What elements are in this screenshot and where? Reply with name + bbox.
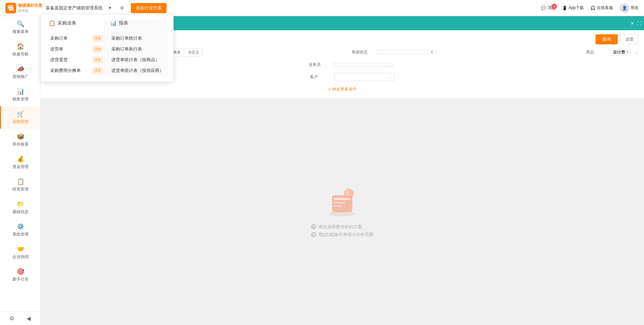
goods-more-btn[interactable]: ... [635,50,639,54]
system-dropdown-btn[interactable]: ▼ [107,5,113,11]
sidebar-settings-btn[interactable]: ⚙ [9,315,14,322]
sidebar-item-operation[interactable]: 📋 经营管理 [0,174,40,196]
sidebar-item-quicknav[interactable]: 🏠 快捷导航 [0,39,40,61]
basicinfo-icon: 📁 [17,200,24,208]
user-avatar: 👤 [620,3,629,13]
sidebar-item-guide[interactable]: 🎯 新手引导 [0,264,40,286]
sidebar-item-marketing[interactable]: 📣 营销推广 [0,61,40,84]
svg-text:!: ! [347,191,348,196]
sidebar-item-basicinfo[interactable]: 📁 基础信息 [0,196,40,219]
salesman-select[interactable]: ... [333,63,393,67]
sidebar-item-search[interactable]: 🔍 搜索菜单 [0,16,40,39]
system-icon: ⚙️ [17,223,24,230]
purchase-icon: 🛒 [17,110,24,118]
sidebar-item-inventory[interactable]: 📦 库存核算 [0,129,40,151]
notification-badge: 5 [551,4,557,9]
section2-title: 📊 报表 [110,20,165,29]
history-badge-1: 历史 [93,46,103,52]
sidebar-item-collab[interactable]: 🤝 企业协同 [0,241,40,264]
top-header: 畅 畅捷通好生意 标准版 装备及固定资产辅助管理系统 ▼ ⚙ 体验行业方案 💬 … [0,0,644,16]
logo-main: 畅捷通好生意 [18,3,42,8]
collapse-btn[interactable]: ∧ 收起更多条件 [46,84,639,94]
finance-icon: 💰 [17,155,24,163]
customer-label: 客户 [310,74,330,80]
report-section-icon: 📊 [110,20,117,26]
empty-tips: ① 请先选择要分析的方案 ② 用[过滤]条件来缩小分析范围 [311,223,373,239]
query-btn[interactable]: 查询 [596,34,618,44]
sidebar-item-finance[interactable]: 💰 资金管理 [0,151,40,174]
app-download-btn[interactable]: 📱 App下载 [562,5,584,11]
menu-item-incoming-stat-supplier[interactable]: 进货单统计表（按供应商） [110,65,165,76]
svg-point-5 [344,189,354,199]
sidebar: 🔍 搜索菜单 🏠 快捷导航 📣 营销推广 📊 销售管理 🛒 采购管理 📦 库存核… [0,16,40,325]
message-icon: 💬 [541,6,546,10]
menu-item-order-stat[interactable]: 采购订单统计表 [110,33,165,44]
svg-rect-4 [334,205,342,207]
tab-close-icon[interactable]: ✕ [631,21,634,26]
user-menu-btn[interactable]: 👤 用友 [620,3,639,13]
phone-icon: 📱 [562,6,567,10]
menu-item-purchase-order[interactable]: 采购订单 历史 [49,33,104,44]
purchase-section-icon: 📋 [49,20,56,26]
tip-1: ① 请先选择要分析的方案 [311,223,373,231]
section1-title: 📋 采购业务 [49,20,104,29]
header-settings-icon[interactable]: ⚙ [117,3,127,13]
sidebar-item-sales[interactable]: 📊 销售管理 [0,84,40,106]
purchase-business-section: 📋 采购业务 采购订单 历史 进货单 历史 进货退货 历史 采购费用分摊单 历史 [46,20,107,76]
goods-tag: 设计费 × [610,48,631,56]
doc-status-select[interactable]: ▼ [376,50,436,54]
svg-rect-3 [334,202,346,203]
sidebar-item-system[interactable]: ⚙️ 系统管理 [0,219,40,241]
data-area: ! ① 请先选择要分析的方案 ② 用[过滤]条件来缩小分析范围 [40,98,644,325]
menu-item-incoming-stat-goods[interactable]: 进货单统计表（按商品） [110,54,165,65]
menu-item-incoming[interactable]: 进货单 历史 [49,44,104,54]
goods-label: 商品 [586,49,606,55]
purchase-report-section: 📊 报表 采购订单统计表 采购订单执行表 进货单统计表（按商品） 进货单统计表（… [104,20,168,76]
tip2-num: ② [311,232,316,237]
goods-tag-close[interactable]: × [626,50,629,54]
purchase-dropdown-menu: 📋 采购业务 采购订单 历史 进货单 历史 进货退货 历史 采购费用分摊单 历史… [40,14,174,82]
settings-btn[interactable]: 设置 [620,34,639,44]
home-icon: 🏠 [17,43,24,50]
doc-status-label: 单据状态 [352,49,372,55]
guide-icon: 🎯 [17,268,24,275]
marketing-icon: 📣 [17,65,24,73]
empty-state: ! ① 请先选择要分析的方案 ② 用[过滤]条件来缩小分析范围 [311,185,373,239]
history-badge-3: 历史 [93,68,103,74]
sidebar-collapse-btn[interactable]: ◀ [27,315,31,322]
headset-icon: 🎧 [591,6,596,10]
header-right: 💬 消息 5 📱 App下载 🎧 在线客服 👤 用友 [541,3,639,13]
operation-icon: 📋 [17,178,24,185]
collapse-arrow-icon: ∧ [328,87,331,92]
empty-illustration: ! [322,185,362,219]
logo-area: 畅 畅捷通好生意 标准版 [5,3,46,13]
header-center: 装备及固定资产辅助管理系统 ▼ ⚙ 体验行业方案 [46,3,541,13]
tip1-num: ① [311,224,316,229]
logo-icon: 畅 [5,3,16,13]
logo-text: 畅捷通好生意 标准版 [18,3,42,13]
system-title: 装备及固定资产辅助管理系统 [46,5,103,11]
logo-sub: 标准版 [18,8,42,13]
menu-item-return[interactable]: 进货退货 历史 [49,54,104,65]
sidebar-item-purchase[interactable]: 🛒 采购管理 [0,106,40,129]
tab-expand-icon[interactable]: ⛶ [637,21,641,26]
menu-item-expense[interactable]: 采购费用分摊单 历史 [49,65,104,76]
sales-icon: 📊 [17,88,24,95]
sidebar-bottom: ⚙ ◀ [0,312,40,325]
message-btn[interactable]: 💬 消息 5 [541,5,556,11]
salesman-label: 业务员 [309,62,329,68]
history-badge-2: 历史 [93,57,103,63]
history-badge-0: 历史 [93,35,103,41]
quick-custom-btn[interactable]: 自定义 [185,48,202,56]
online-service-btn[interactable]: 🎧 在线客服 [591,5,613,11]
menu-item-order-exec[interactable]: 采购订单执行表 [110,44,165,54]
inventory-icon: 📦 [17,133,24,140]
customer-input[interactable]: ... [334,73,395,81]
industry-btn[interactable]: 体验行业方案 [131,3,167,13]
collab-icon: 🤝 [17,245,24,253]
tab-bar-right: ✕ ⛶ [631,21,641,26]
tip-2: ② 用[过滤]条件来缩小分析范围 [311,231,373,238]
search-icon: 🔍 [17,20,24,28]
